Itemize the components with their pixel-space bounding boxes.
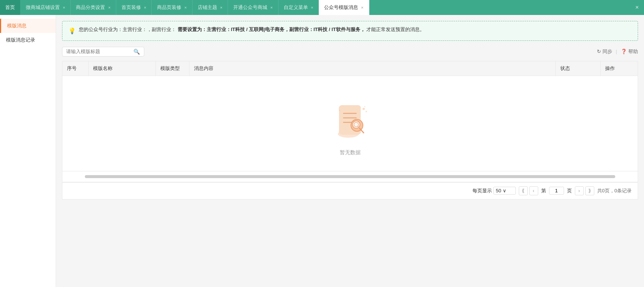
main-layout: 模版消息 模版消息记录 💡 您的公众号行业为：主营行业：，副营行业： 需要设置为… <box>0 15 644 287</box>
sidebar-template-log-label: 模版消息记录 <box>6 37 35 43</box>
help-label: 帮助 <box>628 48 638 55</box>
svg-point-10 <box>366 111 367 112</box>
page-label-suf: 页 <box>567 187 572 194</box>
tab-home-decoration-close[interactable]: × <box>144 5 146 10</box>
svg-point-9 <box>363 108 365 110</box>
tab-home-decoration-label: 首页装修 <box>121 4 141 11</box>
toolbar-right: ↻ 同步 | ❓ 帮助 <box>597 48 638 55</box>
col-seq: 序号 <box>62 61 89 76</box>
tab-open-mall-close[interactable]: × <box>270 5 272 10</box>
total-info: 共0页，0条记录 <box>597 187 632 194</box>
notice-suffix: 才能正常发送预置的消息。 <box>366 27 425 32</box>
content-area: 💡 您的公众号行业为：主营行业：，副营行业： 需要设置为：主营行业：IT科技 /… <box>56 15 644 287</box>
sidebar-item-template-msg[interactable]: 模版消息 <box>0 19 56 33</box>
page-size-label: 每页显示 <box>472 187 492 194</box>
tab-home-label: 首页 <box>5 4 15 11</box>
next-page-button[interactable]: › <box>575 186 584 195</box>
tab-product-category-close[interactable]: × <box>108 5 110 10</box>
page-label-pre: 第 <box>541 187 546 194</box>
first-page-button[interactable]: ⟪ <box>519 186 528 195</box>
tab-open-mall[interactable]: 开通公众号商城 × <box>228 0 278 15</box>
notice-prefix: 您的公众号行业为：主营行业：，副营行业： <box>79 27 176 32</box>
empty-text: 暂无数据 <box>70 149 630 156</box>
help-icon: ❓ <box>621 49 627 54</box>
tab-custom-menu[interactable]: 自定义菜单 × <box>278 0 319 15</box>
tab-shop-theme-close[interactable]: × <box>220 5 222 10</box>
pagination: 每页显示 50 ∨ ⟪ ‹ 第 页 › ⟫ 共0页，0条记录 <box>62 182 638 199</box>
sidebar-template-msg-label: 模版消息 <box>7 23 27 28</box>
tab-shop-settings-close[interactable]: × <box>63 5 65 10</box>
tab-template-msg[interactable]: 公众号模版消息 × <box>319 0 369 15</box>
tab-home-decoration[interactable]: 首页装修 × <box>116 0 152 15</box>
notice-icon: 💡 <box>68 26 76 36</box>
tab-custom-menu-close[interactable]: × <box>311 5 313 10</box>
page-size-dropdown[interactable]: 50 ∨ <box>493 187 516 195</box>
tab-product-category[interactable]: 商品分类设置 × <box>71 0 116 15</box>
prev-page-button[interactable]: ‹ <box>529 186 538 195</box>
col-type: 模版类型 <box>156 61 189 76</box>
col-content: 消息内容 <box>189 61 556 76</box>
search-icon[interactable]: 🔍 <box>133 49 140 55</box>
col-action: 操作 <box>601 61 638 76</box>
data-table: 序号 模版名称 模版类型 消息内容 状态 操作 <box>62 61 638 171</box>
help-button[interactable]: ❓ 帮助 <box>621 48 638 55</box>
tab-product-decoration-label: 商品页装修 <box>157 4 181 11</box>
tab-home[interactable]: 首页 <box>0 0 21 15</box>
empty-state: 暂无数据 <box>62 76 638 171</box>
svg-point-11 <box>364 106 365 107</box>
page-number-input[interactable] <box>549 187 564 195</box>
tab-open-mall-label: 开通公众号商城 <box>233 4 267 11</box>
col-name: 模版名称 <box>89 61 156 76</box>
tab-template-msg-close[interactable]: × <box>361 5 363 10</box>
page-size-select: 每页显示 50 ∨ <box>472 187 516 195</box>
tab-shop-theme[interactable]: 店铺主题 × <box>192 0 228 15</box>
page-size-value: 50 <box>496 188 501 193</box>
last-page-button[interactable]: ⟫ <box>585 186 594 195</box>
page-nav: ⟪ ‹ 第 页 › ⟫ <box>519 186 594 195</box>
fake-scrollbar[interactable] <box>85 175 615 178</box>
col-status: 状态 <box>556 61 601 76</box>
notice-banner: 💡 您的公众号行业为：主营行业：，副营行业： 需要设置为：主营行业：IT科技 /… <box>62 21 638 41</box>
sidebar: 模版消息 模版消息记录 <box>0 15 56 287</box>
tab-product-category-label: 商品分类设置 <box>76 4 105 11</box>
sync-label: 同步 <box>603 48 612 55</box>
tab-product-decoration-close[interactable]: × <box>184 5 187 10</box>
tab-bar: 首页 微商城店铺设置 × 商品分类设置 × 首页装修 × 商品页装修 × 店铺主… <box>0 0 644 15</box>
empty-row: 暂无数据 <box>62 76 638 171</box>
notice-highlight: 需要设置为：主营行业：IT科技 / 互联网|电子商务，副营行业：IT科技 / I… <box>178 27 365 32</box>
tab-shop-settings[interactable]: 微商城店铺设置 × <box>21 0 71 15</box>
table-header-row: 序号 模版名称 模版类型 消息内容 状态 操作 <box>62 61 638 76</box>
toolbar: 🔍 ↻ 同步 | ❓ 帮助 <box>62 47 638 57</box>
tab-custom-menu-label: 自定义菜单 <box>284 4 308 11</box>
scroll-bar-area[interactable] <box>62 171 638 182</box>
tab-shop-settings-label: 微商城店铺设置 <box>26 4 60 11</box>
sync-button[interactable]: ↻ 同步 <box>597 48 612 55</box>
toolbar-divider: | <box>616 49 617 54</box>
sidebar-item-template-log[interactable]: 模版消息记录 <box>0 33 56 47</box>
notice-text: 您的公众号行业为：主营行业：，副营行业： 需要设置为：主营行业：IT科技 / 互… <box>79 26 425 34</box>
close-all-button[interactable]: × <box>630 0 644 15</box>
sync-icon: ↻ <box>597 49 601 54</box>
tab-template-msg-label: 公众号模版消息 <box>324 4 358 11</box>
search-box[interactable]: 🔍 <box>62 47 144 57</box>
tab-shop-theme-label: 店铺主题 <box>198 4 217 11</box>
search-input[interactable] <box>66 49 133 54</box>
empty-illustration <box>328 98 373 143</box>
chevron-down-icon: ∨ <box>503 188 506 193</box>
tab-product-decoration[interactable]: 商品页装修 × <box>152 0 192 15</box>
